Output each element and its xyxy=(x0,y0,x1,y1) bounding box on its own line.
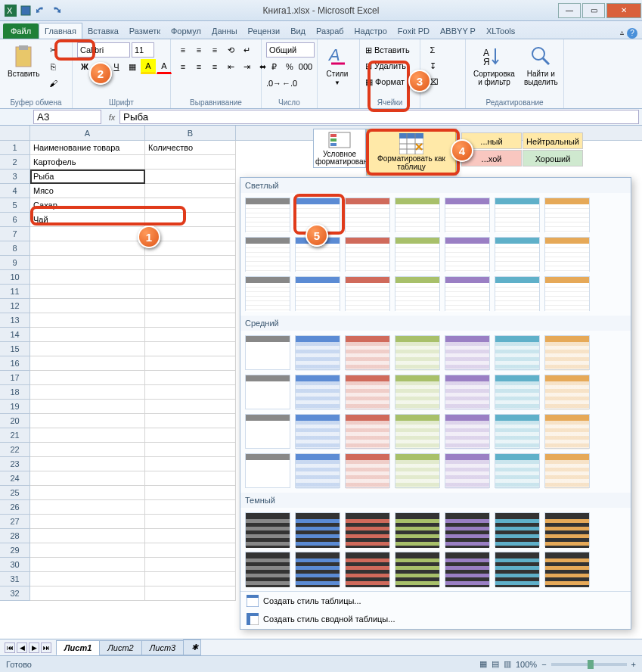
cell[interactable] xyxy=(145,213,236,227)
close-button[interactable]: ✕ xyxy=(606,3,641,18)
cell-style-item[interactable]: Нейтральный xyxy=(523,132,583,149)
table-style-thumb[interactable] xyxy=(245,375,290,409)
cell[interactable] xyxy=(30,342,145,356)
cell[interactable] xyxy=(145,414,236,428)
tab-addins[interactable]: Надстро xyxy=(349,23,392,39)
paste-button[interactable]: Вставить xyxy=(5,42,42,79)
table-style-thumb[interactable] xyxy=(495,375,540,409)
sheet-tab[interactable]: Лист1 xyxy=(56,640,100,655)
row-header[interactable]: 16 xyxy=(0,356,30,371)
table-style-thumb[interactable] xyxy=(445,237,490,272)
cell[interactable] xyxy=(30,486,145,500)
table-style-thumb[interactable] xyxy=(445,414,490,449)
zoom-out-button[interactable]: − xyxy=(541,660,546,669)
ribbon-minimize-icon[interactable]: ▵ xyxy=(620,28,624,39)
cell[interactable] xyxy=(30,227,145,241)
cell[interactable] xyxy=(30,572,145,586)
row-header[interactable]: 9 xyxy=(0,256,30,270)
table-style-thumb[interactable] xyxy=(395,276,440,311)
tab-data[interactable]: Данны xyxy=(206,23,243,39)
table-style-thumb[interactable] xyxy=(245,335,290,370)
cell[interactable] xyxy=(30,414,145,428)
table-style-thumb[interactable] xyxy=(245,198,290,232)
tab-xltools[interactable]: XLTools xyxy=(481,23,520,39)
row-header[interactable]: 25 xyxy=(0,486,30,500)
minimize-button[interactable]: — xyxy=(558,3,581,18)
maximize-button[interactable]: ▭ xyxy=(582,3,605,18)
tab-insert[interactable]: Вставка xyxy=(82,23,124,39)
format-painter-icon[interactable]: 🖌 xyxy=(45,76,60,91)
sheet-nav-last[interactable]: ⏭ xyxy=(41,642,51,653)
cell[interactable] xyxy=(145,270,236,285)
table-style-thumb[interactable] xyxy=(345,276,390,311)
cell[interactable] xyxy=(145,486,236,500)
row-header[interactable]: 20 xyxy=(0,414,30,428)
table-style-thumb[interactable] xyxy=(445,335,490,370)
font-name-input[interactable] xyxy=(77,42,130,58)
table-style-thumb[interactable] xyxy=(495,276,540,311)
cell[interactable]: Количество xyxy=(145,141,236,155)
sheet-nav-next[interactable]: ▶ xyxy=(29,642,39,653)
cell[interactable] xyxy=(145,558,236,572)
decrease-indent-button[interactable]: ⇤ xyxy=(223,59,238,74)
align-right-button[interactable]: ≡ xyxy=(207,59,222,74)
cell[interactable] xyxy=(30,515,145,529)
row-header[interactable]: 1 xyxy=(0,141,30,155)
cell[interactable] xyxy=(145,572,236,586)
align-center-button[interactable]: ≡ xyxy=(191,59,206,74)
cell-styles-gallery[interactable]: ...ный ...хой Нейтральный Хороший xyxy=(461,132,583,166)
table-style-thumb[interactable] xyxy=(245,276,290,311)
row-header[interactable]: 5 xyxy=(0,198,30,213)
table-style-thumb[interactable] xyxy=(544,552,590,586)
sheet-nav-first[interactable]: ⏮ xyxy=(5,642,15,653)
orientation-button[interactable]: ⟲ xyxy=(223,42,238,58)
fill-color-button[interactable]: A xyxy=(141,59,156,74)
cell[interactable] xyxy=(145,443,236,457)
table-style-thumb[interactable] xyxy=(295,453,340,488)
new-table-style-button[interactable]: Создать стиль таблицы... xyxy=(240,592,631,610)
styles-button[interactable]: A Стили ▼ xyxy=(322,42,352,88)
cell[interactable] xyxy=(145,328,236,342)
table-style-thumb[interactable] xyxy=(295,276,340,311)
table-style-thumb[interactable] xyxy=(295,512,340,547)
cell[interactable] xyxy=(30,543,145,558)
cell[interactable] xyxy=(30,385,145,400)
cell[interactable]: Наименование товара xyxy=(30,141,145,155)
sort-filter-button[interactable]: AЯ Сортировка и фильтр xyxy=(470,42,518,88)
align-middle-button[interactable]: ≡ xyxy=(191,42,206,58)
cut-icon[interactable]: ✂ xyxy=(45,42,60,58)
row-header[interactable]: 29 xyxy=(0,543,30,558)
table-style-thumb[interactable] xyxy=(345,552,390,586)
undo-icon[interactable] xyxy=(35,5,47,17)
cell[interactable] xyxy=(30,471,145,486)
fill-button[interactable]: ↧ xyxy=(425,58,440,73)
cell[interactable]: Мясо xyxy=(30,184,145,198)
cell[interactable] xyxy=(30,500,145,515)
cell[interactable]: Рыба xyxy=(30,170,145,184)
cell[interactable] xyxy=(145,500,236,515)
cell[interactable] xyxy=(145,515,236,529)
cell[interactable] xyxy=(30,328,145,342)
file-tab[interactable]: Файл xyxy=(3,23,39,39)
row-header[interactable]: 15 xyxy=(0,342,30,356)
cell[interactable] xyxy=(30,457,145,471)
cell[interactable] xyxy=(145,371,236,385)
table-style-thumb[interactable] xyxy=(495,335,540,370)
cell[interactable]: Чай xyxy=(30,213,145,227)
table-style-thumb[interactable] xyxy=(245,414,290,449)
cell[interactable] xyxy=(30,371,145,385)
table-style-thumb[interactable] xyxy=(445,512,490,547)
row-header[interactable]: 26 xyxy=(0,500,30,515)
cell[interactable] xyxy=(145,400,236,414)
cell[interactable]: Картофель xyxy=(30,155,145,170)
name-box[interactable] xyxy=(33,110,101,124)
cell[interactable] xyxy=(30,558,145,572)
cell[interactable] xyxy=(145,155,236,170)
table-style-thumb[interactable] xyxy=(345,198,390,232)
formula-input[interactable] xyxy=(119,110,639,124)
table-style-thumb[interactable] xyxy=(395,552,440,586)
row-header[interactable]: 6 xyxy=(0,213,30,227)
zoom-level[interactable]: 100% xyxy=(516,660,537,669)
cell[interactable] xyxy=(30,256,145,270)
sheet-tab[interactable]: Лист3 xyxy=(141,640,184,655)
